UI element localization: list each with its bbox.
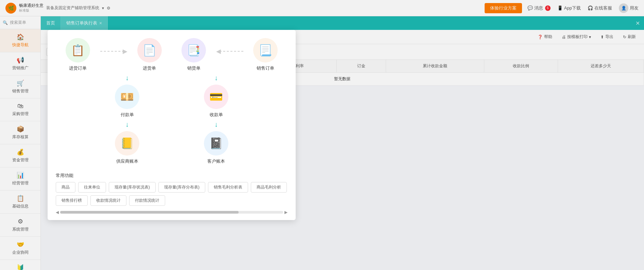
- supplier-ledger-icon: 📒: [120, 137, 134, 150]
- customer-ledger-icon: 📓: [209, 137, 223, 150]
- quick-btn-sales-rank[interactable]: 销售排行榜: [56, 195, 88, 206]
- receipt-icon: 💳: [209, 90, 223, 103]
- arrow-down-sales: ↓: [192, 74, 240, 82]
- quick-btn-payment-stat[interactable]: 付款情况统计: [129, 195, 165, 206]
- scroll-left-icon[interactable]: ◀: [56, 210, 59, 215]
- sales-order-circle[interactable]: 📃: [253, 38, 278, 62]
- arrow-down-receipt: ↓: [192, 121, 240, 128]
- payment-icon: 💴: [120, 90, 134, 103]
- flow-node-customer-ledger[interactable]: 📓 客户账本: [192, 131, 240, 164]
- flow-node-purchase-order[interactable]: 📋 进货订单: [56, 38, 100, 71]
- payment-label: 付款单: [121, 112, 134, 118]
- purchase-bill-circle[interactable]: 📄: [137, 38, 162, 62]
- quick-btn-partners[interactable]: 往来单位: [78, 182, 106, 193]
- flow-node-purchase-bill[interactable]: 📄 进货单: [127, 38, 172, 71]
- flow-node-sales-order[interactable]: 📃 销售订单: [243, 38, 288, 71]
- sales-bill-circle[interactable]: 📑: [181, 38, 206, 62]
- purchase-order-label: 进货订单: [69, 65, 87, 71]
- arrow-left-1: ◀: [216, 48, 243, 55]
- customer-ledger-circle[interactable]: 📓: [204, 131, 228, 156]
- sales-bill-icon: 📑: [187, 44, 201, 57]
- overlay[interactable]: 📋 进货订单 ▶ 📄 进货单: [0, 0, 644, 270]
- arrow-right-1: ▶: [100, 48, 127, 55]
- sales-bill-label: 销货单: [187, 65, 201, 71]
- quick-btn-product-profit[interactable]: 商品毛利分析: [251, 182, 287, 193]
- flow-node-receipt[interactable]: 💳 收款单: [192, 85, 240, 118]
- flow-node-payment[interactable]: 💴 付款单: [103, 85, 151, 118]
- sales-order-icon: 📃: [259, 44, 272, 57]
- quick-btn-stock-status[interactable]: 现存量(库存状况表): [109, 182, 156, 193]
- sales-order-label: 销售订单: [257, 65, 274, 71]
- quick-functions: 常用功能 商品 往来单位 现存量(库存状况表) 现存量(库存分布表) 销售毛利分…: [56, 173, 288, 206]
- flow-node-sales-bill[interactable]: 📑 销货单: [172, 38, 216, 71]
- purchase-bill-icon: 📄: [143, 44, 156, 57]
- quick-btn-sales-profit[interactable]: 销售毛利分析表: [208, 182, 248, 193]
- supplier-ledger-label: 供应商账本: [116, 158, 138, 164]
- receipt-circle[interactable]: 💳: [204, 85, 228, 109]
- arrow-down-payment: ↓: [103, 121, 151, 128]
- quick-buttons-row2: 销售排行榜 收款情况统计 付款情况统计: [56, 195, 288, 206]
- purchase-order-icon: 📋: [71, 44, 85, 57]
- scroll-right-icon[interactable]: ▶: [284, 210, 288, 215]
- quick-btn-stock-dist[interactable]: 现存量(库存分布表): [158, 182, 205, 193]
- popup-card: 📋 进货订单 ▶ 📄 进货单: [48, 30, 296, 220]
- quick-btn-receipt-stat[interactable]: 收款情况统计: [90, 195, 126, 206]
- quick-btn-product[interactable]: 商品: [56, 182, 75, 193]
- purchase-bill-label: 进货单: [143, 65, 156, 71]
- quick-functions-title: 常用功能: [56, 173, 288, 179]
- purchase-order-circle[interactable]: 📋: [66, 38, 90, 62]
- flow-diagram: 📋 进货订单 ▶ 📄 进货单: [56, 38, 288, 164]
- scrollbar-row: ◀ ▶: [56, 210, 288, 215]
- arrow-down-purchase: ↓: [103, 74, 151, 82]
- quick-buttons-row1: 商品 往来单位 现存量(库存状况表) 现存量(库存分布表) 销售毛利分析表 商品…: [56, 182, 288, 193]
- flow-node-supplier-ledger[interactable]: 📒 供应商账本: [103, 131, 151, 164]
- receipt-label: 收款单: [210, 112, 223, 118]
- scrollbar-track[interactable]: [60, 211, 283, 214]
- customer-ledger-label: 客户账本: [207, 158, 225, 164]
- supplier-ledger-circle[interactable]: 📒: [115, 131, 139, 156]
- scrollbar-thumb: [60, 211, 239, 214]
- payment-circle[interactable]: 💴: [115, 85, 139, 109]
